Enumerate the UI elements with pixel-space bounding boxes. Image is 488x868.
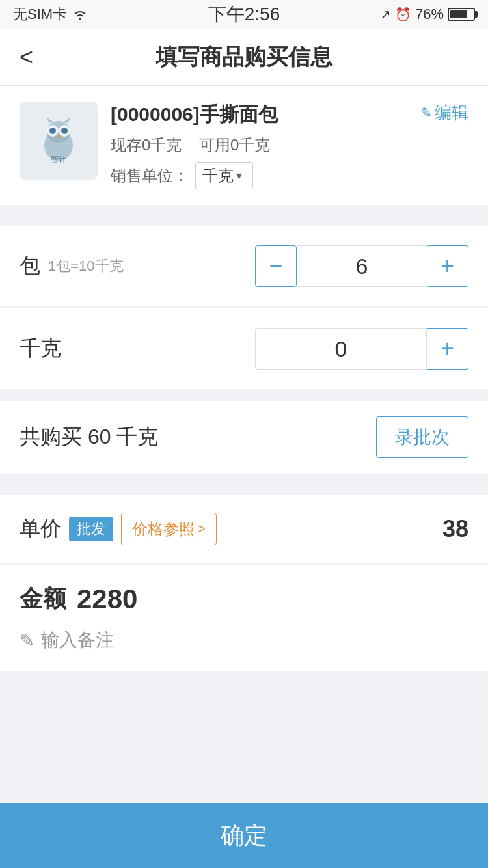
svg-marker-8	[64, 118, 70, 123]
price-ref-arrow: >	[197, 521, 206, 537]
status-bar: 无SIM卡 下午2:56 ↗ ⏰ 76%	[0, 0, 488, 29]
package-quantity-row: 包 1包=10千克 − +	[20, 245, 468, 287]
product-image: 智计	[20, 102, 98, 180]
price-value: 38	[442, 515, 468, 543]
remark-edit-icon: ✎	[20, 630, 34, 651]
total-section: 共购买 60 千克 录批次	[0, 401, 488, 474]
product-stock: 现存0千克 可用0千克	[111, 135, 468, 156]
product-card: 智计 [0000006]手撕面包 ✎ 编辑 现存0千克 可用0千克 销售单位： …	[0, 86, 488, 205]
dropdown-arrow: ▾	[236, 169, 242, 183]
nav-bar: < 填写商品购买信息	[0, 29, 488, 86]
price-ref-label: 价格参照	[132, 519, 195, 539]
back-button[interactable]: <	[20, 44, 52, 71]
svg-text:智计: 智计	[51, 155, 66, 163]
package-label: 包 1包=10千克	[20, 252, 124, 280]
carrier-text: 无SIM卡	[13, 5, 67, 24]
kg-section: 千克 +	[0, 308, 488, 389]
battery-percent: 76%	[415, 6, 444, 23]
svg-point-5	[61, 128, 68, 134]
kg-increment-button[interactable]: +	[427, 328, 468, 370]
package-quantity-input[interactable]	[297, 245, 427, 287]
price-tag: 批发	[69, 517, 113, 541]
unit-dropdown[interactable]: 千克 ▾	[195, 162, 253, 189]
amount-row: 金额 2280	[20, 583, 468, 615]
package-section: 包 1包=10千克 − +	[0, 226, 488, 306]
kg-label-text: 千克	[20, 334, 61, 363]
divider-1	[0, 215, 488, 226]
status-time: 下午2:56	[208, 2, 280, 27]
unit-value: 千克	[202, 165, 234, 186]
amount-value: 2280	[77, 584, 137, 615]
alarm-icon: ⏰	[395, 7, 411, 22]
package-increment-button[interactable]: +	[427, 245, 468, 287]
remark-row[interactable]: ✎ 输入备注	[20, 628, 468, 653]
kg-quantity-row: 千克 +	[20, 328, 468, 370]
price-label: 单价 批发 价格参照 >	[20, 513, 217, 545]
price-reference-button[interactable]: 价格参照 >	[121, 513, 217, 545]
product-logo: 智计	[33, 118, 85, 163]
available-text: 可用0千克	[199, 136, 270, 154]
package-label-text: 包	[20, 252, 40, 280]
svg-point-4	[49, 128, 56, 134]
divider-3	[0, 484, 488, 495]
status-left: 无SIM卡	[13, 5, 88, 24]
package-decrement-button[interactable]: −	[255, 245, 297, 287]
status-right: ↗ ⏰ 76%	[380, 6, 475, 23]
price-label-text: 单价	[20, 515, 61, 543]
kg-quantity-control: +	[255, 328, 468, 370]
edit-icon: ✎	[420, 105, 432, 122]
confirm-button[interactable]: 确定	[0, 803, 488, 868]
batch-button[interactable]: 录批次	[376, 416, 468, 458]
package-hint: 1包=10千克	[48, 256, 124, 276]
package-quantity-control: − +	[255, 245, 468, 287]
edit-label: 编辑	[435, 102, 468, 124]
edit-button[interactable]: ✎ 编辑	[420, 102, 468, 124]
svg-marker-7	[47, 118, 53, 123]
price-section: 单价 批发 价格参照 > 38	[0, 495, 488, 563]
product-name: [0000006]手撕面包	[111, 102, 278, 128]
amount-section: 金额 2280 ✎ 输入备注	[0, 565, 488, 671]
divider-2	[0, 390, 488, 401]
battery-icon	[448, 8, 475, 21]
product-unit-row: 销售单位： 千克 ▾	[111, 162, 468, 189]
kg-quantity-input[interactable]	[255, 328, 427, 370]
location-icon: ↗	[380, 7, 391, 22]
amount-label: 金额	[20, 583, 66, 615]
product-info: [0000006]手撕面包 ✎ 编辑 现存0千克 可用0千克 销售单位： 千克 …	[111, 102, 468, 189]
wifi-icon	[72, 8, 88, 20]
kg-label: 千克	[20, 334, 61, 363]
stock-text: 现存0千克	[111, 136, 182, 154]
total-text: 共购买 60 千克	[20, 423, 158, 452]
battery-fill	[450, 10, 467, 18]
unit-label: 销售单位：	[111, 165, 189, 186]
page-title: 填写商品购买信息	[156, 42, 332, 72]
remark-placeholder: 输入备注	[41, 628, 114, 653]
